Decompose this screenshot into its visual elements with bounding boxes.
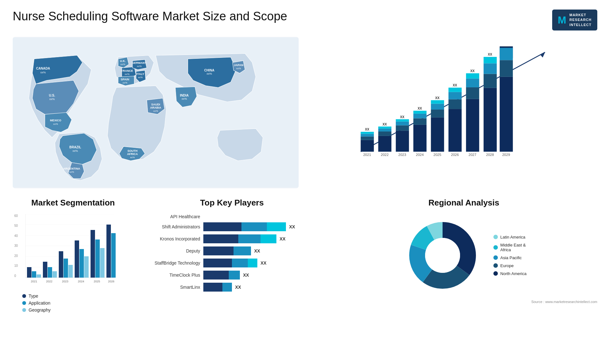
svg-rect-98 — [32, 271, 36, 278]
svg-text:2024: 2024 — [78, 280, 84, 283]
svg-rect-66 — [449, 99, 462, 109]
svg-text:2023: 2023 — [398, 153, 406, 157]
key-players-section: Top Key Players API Healthcare Shift Adm… — [143, 198, 321, 313]
logo-icon: M — [558, 14, 566, 26]
svg-text:xx%: xx% — [130, 156, 135, 159]
svg-text:CHINA: CHINA — [204, 69, 215, 72]
legend-mea-dot — [493, 245, 498, 250]
player-xx-kronos: XX — [280, 236, 286, 241]
svg-text:xx%: xx% — [125, 73, 130, 76]
segmentation-section: Market Segmentation 0 10 20 30 40 50 60 — [13, 198, 133, 313]
regional-section: Regional Analysis — [330, 198, 597, 313]
svg-rect-114 — [95, 239, 100, 278]
player-name-api: API Healthcare — [143, 214, 200, 219]
bar-seg-light — [267, 222, 286, 231]
svg-text:2022: 2022 — [46, 280, 52, 283]
svg-rect-97 — [27, 267, 31, 278]
bar-seg-mid — [232, 259, 248, 267]
svg-rect-110 — [79, 249, 84, 278]
svg-rect-107 — [68, 265, 73, 278]
svg-rect-105 — [59, 251, 63, 278]
svg-rect-67 — [449, 92, 462, 99]
donut-legend: Latin America Middle East &Africa Asia P… — [493, 235, 526, 276]
bar-seg-dark — [203, 246, 234, 255]
svg-rect-42 — [378, 131, 391, 136]
svg-text:SPAIN: SPAIN — [121, 78, 129, 81]
legend-apac-label: Asia Pacific — [500, 255, 522, 260]
player-name-timeclock: TimeClock Plus — [143, 273, 200, 278]
svg-rect-85 — [500, 60, 513, 77]
svg-rect-49 — [396, 122, 409, 125]
svg-rect-60 — [431, 110, 444, 118]
player-xx-smartlinx: XX — [235, 285, 241, 290]
player-bar-staffbridge-bars — [203, 259, 257, 267]
player-bar-kronos-bars — [203, 234, 276, 243]
svg-rect-36 — [361, 137, 374, 140]
page-header: Nurse Scheduling Software Market Size an… — [13, 10, 597, 30]
svg-rect-84 — [500, 77, 513, 152]
svg-rect-111 — [84, 256, 89, 278]
donut-container: Latin America Middle East &Africa Asia P… — [330, 214, 597, 297]
svg-rect-48 — [396, 125, 409, 131]
player-name-staffbridge: StaffBridge Technology — [143, 260, 200, 266]
svg-rect-53 — [413, 125, 426, 152]
svg-text:xx%: xx% — [40, 71, 46, 74]
svg-text:MEXICO: MEXICO — [50, 119, 61, 122]
legend-application: Application — [22, 300, 133, 306]
bar-seg-dark — [203, 259, 232, 267]
svg-rect-38 — [361, 132, 374, 134]
player-bar-timeclock-bars — [203, 271, 240, 280]
player-bar-staffbridge: XX — [203, 259, 321, 267]
svg-text:U.S.: U.S. — [49, 94, 55, 97]
svg-text:2025: 2025 — [433, 153, 441, 157]
svg-text:2027: 2027 — [469, 153, 477, 157]
y-label-40: 40 — [14, 234, 18, 238]
donut-chart — [401, 214, 484, 297]
svg-text:xx%: xx% — [181, 97, 187, 100]
svg-rect-106 — [64, 259, 68, 278]
y-label-50: 50 — [14, 224, 18, 227]
map-section: CANADA xx% U.S. xx% MEXICO xx% BRAZIL xx… — [13, 37, 299, 188]
svg-text:XX: XX — [504, 46, 508, 48]
player-bar-timeclock: XX — [203, 271, 321, 280]
player-row-api: API Healthcare — [143, 214, 321, 219]
svg-rect-80 — [484, 57, 497, 63]
bottom-section: Market Segmentation 0 10 20 30 40 50 60 — [13, 198, 597, 313]
legend-type-dot — [22, 294, 26, 298]
source-text: Source : www.marketresearchintellect.com — [330, 300, 597, 304]
legend-application-label: Application — [29, 300, 51, 306]
player-bar-smartlinx-bars — [203, 283, 232, 292]
player-bar-shift: XX — [203, 222, 321, 231]
svg-text:SAUDI: SAUDI — [151, 103, 160, 106]
bar-seg-dark — [203, 234, 238, 243]
y-label-20: 20 — [14, 254, 18, 258]
svg-text:XX: XX — [435, 96, 440, 100]
svg-rect-103 — [52, 271, 57, 278]
player-xx-staffbridge: XX — [261, 260, 267, 266]
svg-text:xx%: xx% — [153, 110, 158, 112]
svg-rect-79 — [484, 64, 497, 74]
svg-text:FRANCE: FRANCE — [121, 69, 133, 72]
svg-rect-72 — [466, 87, 479, 99]
svg-rect-37 — [361, 134, 374, 137]
player-row-deputy: Deputy XX — [143, 246, 321, 255]
player-row-timeclock: TimeClock Plus XX — [143, 271, 321, 280]
key-players-title: Top Key Players — [143, 198, 321, 208]
growth-chart-section: 2021 XX 2022 XX 2023 XX — [311, 37, 597, 188]
player-bar-smartlinx: XX — [203, 283, 321, 292]
svg-rect-55 — [413, 114, 426, 118]
svg-text:ARABIA: ARABIA — [150, 106, 161, 109]
player-bar-shift-bars — [203, 222, 286, 231]
svg-text:2021: 2021 — [363, 153, 371, 157]
svg-text:2022: 2022 — [381, 153, 389, 157]
svg-text:ARGENTINA: ARGENTINA — [63, 167, 80, 170]
player-xx-deputy: XX — [254, 248, 260, 253]
svg-text:2024: 2024 — [416, 153, 424, 157]
player-xx-timeclock: XX — [243, 273, 249, 278]
svg-text:BRAZIL: BRAZIL — [69, 145, 81, 149]
svg-text:GERMANY: GERMANY — [132, 61, 146, 64]
y-label-30: 30 — [14, 244, 18, 247]
legend-europe-label: Europe — [500, 263, 514, 268]
svg-rect-59 — [431, 118, 444, 152]
bar-seg-mid — [234, 246, 251, 255]
